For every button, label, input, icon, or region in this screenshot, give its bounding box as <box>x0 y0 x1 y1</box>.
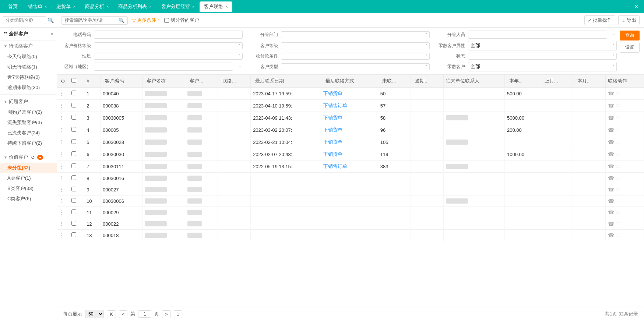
sidebar-item-7days[interactable]: 近7天待联络(0) <box>0 72 57 82</box>
more-icon[interactable]: ∷ <box>616 209 620 215</box>
more-icon[interactable]: ∷ <box>616 187 620 193</box>
sidebar-item-c-class[interactable]: C类客户(6) <box>0 194 57 204</box>
more-icon[interactable]: ∷ <box>616 115 620 121</box>
row-gear[interactable]: ⋮ <box>57 184 69 195</box>
more-icon[interactable]: ∷ <box>616 221 620 227</box>
chat-icon[interactable]: ☎ <box>608 187 614 193</box>
more-icon[interactable]: ∷ <box>616 232 620 238</box>
cust-type-select[interactable]: ˅ <box>281 63 430 70</box>
close-tab-customer-tier[interactable]: × <box>192 4 194 9</box>
phone-input[interactable] <box>94 31 243 39</box>
next-page-btn[interactable]: > <box>162 310 171 318</box>
dept-select[interactable]: ˅ <box>281 31 430 38</box>
row-gear[interactable]: ⋮ <box>57 100 69 112</box>
nav-tab-analysis-list[interactable]: 商品分析列表 × <box>114 1 156 12</box>
row-gear[interactable]: ⋮ <box>57 148 69 160</box>
th-this-month[interactable]: :本月... <box>573 75 605 88</box>
row-gear[interactable]: ⋮ <box>57 207 69 218</box>
sidebar-item-abnormal[interactable]: 囤购异常客户(2) <box>0 107 57 117</box>
nav-tab-customer-tier[interactable]: 客户分层经营 × <box>157 1 199 12</box>
nav-tab-purchase[interactable]: 进货单 × <box>52 1 80 12</box>
more-icon[interactable]: ∷ <box>616 91 620 96</box>
th-checkbox[interactable] <box>69 75 84 88</box>
region-input[interactable] <box>94 63 233 71</box>
th-settings[interactable]: ⚙ <box>57 75 69 88</box>
sidebar-item-today[interactable]: 今天待联络(0) <box>0 52 57 62</box>
chat-icon[interactable]: ☎ <box>608 103 614 109</box>
row-checkbox[interactable] <box>69 184 84 195</box>
row-checkbox[interactable] <box>69 207 84 218</box>
scatter-attr-select[interactable]: 全部 ˅ <box>468 41 617 50</box>
search-input[interactable] <box>65 18 117 23</box>
payment-select[interactable]: ˅ <box>281 53 430 60</box>
close-tab-purchase[interactable]: × <box>73 4 75 9</box>
cust-level-select[interactable]: ˅ <box>281 42 430 49</box>
manager-ellipsis[interactable]: ··· <box>610 32 617 37</box>
chat-icon[interactable]: ☎ <box>608 139 614 145</box>
sidebar-item-churned[interactable]: 已流失客户(24) <box>0 128 57 138</box>
row-gear[interactable]: ⋮ <box>57 136 69 148</box>
sidebar-section-problem[interactable]: ▼ 问题客户 <box>0 96 57 107</box>
close-all-button[interactable]: × <box>632 3 641 10</box>
search-box[interactable]: 🔍 <box>61 16 128 25</box>
scatter-cust-select[interactable]: 全部 ˅ <box>468 62 617 71</box>
contact-way-link[interactable]: 下销货单 <box>323 91 342 96</box>
row-checkbox[interactable] <box>69 136 84 148</box>
row-checkbox[interactable] <box>69 124 84 136</box>
chat-icon[interactable]: ☎ <box>608 115 614 121</box>
contact-way-link[interactable]: 下销货单 <box>323 127 342 133</box>
contact-way-link[interactable]: 下销货单 <box>323 139 342 145</box>
price-level-select[interactable]: ˅ <box>94 42 243 49</box>
nature-select[interactable]: ˅ <box>94 53 243 60</box>
th-overdue[interactable]: :逾期... <box>411 75 443 88</box>
chat-icon[interactable]: ☎ <box>608 91 614 96</box>
row-checkbox[interactable] <box>69 218 84 230</box>
contact-way-link[interactable]: 下销售订单 <box>323 103 347 108</box>
more-conditions-btn[interactable]: ▽ 更多条件 ˅ <box>132 17 160 24</box>
nav-tab-customer-contact[interactable]: 客户联络 × <box>200 1 232 12</box>
row-checkbox[interactable] <box>69 112 84 124</box>
settings-icon[interactable]: ⚙ <box>61 78 65 84</box>
chat-icon[interactable]: ☎ <box>608 163 614 169</box>
row-checkbox[interactable] <box>69 173 84 184</box>
th-this-year[interactable]: :本年... <box>505 75 540 88</box>
status-select[interactable]: ˅ <box>468 53 617 60</box>
more-icon[interactable]: ∷ <box>616 151 620 157</box>
my-customers-checkbox[interactable] <box>164 18 169 23</box>
more-icon[interactable]: ∷ <box>616 198 620 204</box>
row-checkbox[interactable] <box>69 100 84 112</box>
sidebar-item-overdue[interactable]: 逾期未联络(30) <box>0 82 57 93</box>
more-icon[interactable]: ∷ <box>616 175 620 181</box>
manager-input[interactable] <box>468 31 607 39</box>
sidebar-item-a-class[interactable]: A类客户(1) <box>0 173 57 183</box>
row-gear[interactable]: ⋮ <box>57 88 69 100</box>
contact-way-link[interactable]: 下销售订单 <box>323 163 347 169</box>
page-number-input[interactable] <box>138 310 151 318</box>
row-checkbox[interactable] <box>69 148 84 160</box>
more-icon[interactable]: ∷ <box>616 139 620 145</box>
th-type[interactable]: :客户... <box>185 75 218 88</box>
sidebar-item-tomorrow[interactable]: 明天待联络(1) <box>0 62 57 72</box>
first-page-btn[interactable]: K <box>107 310 116 318</box>
sidebar-all-customers[interactable]: ☷ 全部客户 « <box>0 28 57 40</box>
region-ellipsis[interactable]: ··· <box>236 64 243 69</box>
sidebar-item-ungroup[interactable]: 未分组(32) <box>0 163 57 173</box>
th-code[interactable]: :客户编码 <box>101 75 142 88</box>
sidebar-item-declining[interactable]: 持续下滑客户(2) <box>0 138 57 148</box>
sidebar-item-churn-warning[interactable]: 流失预警客户(3) <box>0 117 57 128</box>
row-gear[interactable]: ⋮ <box>57 112 69 124</box>
select-all-checkbox[interactable] <box>71 78 76 83</box>
contact-way-link[interactable]: 下销货单 <box>323 151 342 157</box>
th-last-month[interactable]: :上月... <box>540 75 573 88</box>
sidebar-search-icon[interactable]: 🔍 <box>47 17 54 23</box>
close-tab-customer-contact[interactable]: × <box>225 4 228 9</box>
nav-home[interactable]: 首页 <box>3 3 23 10</box>
sidebar-search-input[interactable] <box>3 16 46 24</box>
row-checkbox[interactable] <box>69 230 84 241</box>
nav-tab-analysis[interactable]: 商品分析 × <box>81 1 113 12</box>
chat-icon[interactable]: ☎ <box>608 198 614 204</box>
row-gear[interactable]: ⋮ <box>57 218 69 230</box>
chat-icon[interactable]: ☎ <box>608 175 614 181</box>
search-icon[interactable]: 🔍 <box>119 18 124 23</box>
sidebar-item-b-class[interactable]: B类客户(33) <box>0 183 57 194</box>
